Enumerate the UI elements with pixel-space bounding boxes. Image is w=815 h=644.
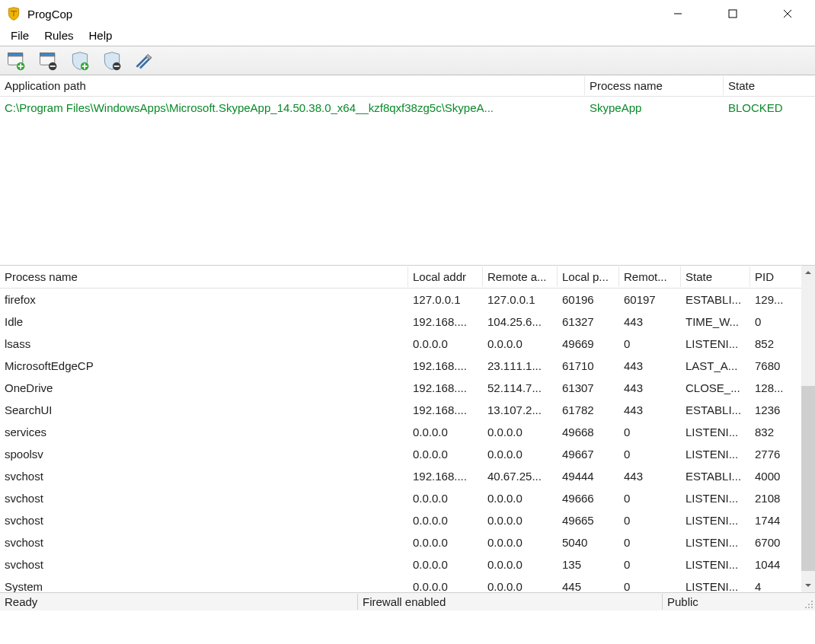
add-app-button[interactable] — [3, 48, 29, 74]
cell-process: svchost — [0, 555, 408, 574]
col-app-path[interactable]: Application path — [0, 76, 585, 95]
status-ready: Ready — [0, 594, 358, 610]
menu-help[interactable]: Help — [82, 27, 120, 46]
connection-row[interactable]: svchost0.0.0.00.0.0.0496660LISTENI...210… — [0, 487, 801, 509]
svg-rect-1 — [729, 10, 737, 18]
cell-process: firefox — [0, 290, 408, 309]
cell-state: LAST_A... — [681, 356, 750, 375]
cell-localPort: 60196 — [558, 290, 619, 309]
cell-remotePort: 0 — [619, 422, 681, 442]
minimize-button[interactable] — [650, 2, 705, 25]
cell-remotePort: 0 — [619, 577, 681, 592]
cell-pid: 852 — [750, 334, 801, 353]
cell-remoteAddr: 0.0.0.0 — [483, 334, 558, 353]
col-pid[interactable]: PID — [750, 266, 801, 287]
cell-localAddr: 0.0.0.0 — [408, 555, 483, 574]
vertical-scrollbar[interactable] — [801, 266, 815, 592]
status-firewall: Firewall enabled — [358, 594, 663, 610]
connection-row[interactable]: firefox127.0.0.1127.0.0.16019660197ESTAB… — [0, 289, 801, 311]
connection-row[interactable]: svchost0.0.0.00.0.0.050400LISTENI...6700 — [0, 531, 801, 553]
cell-state: CLOSE_... — [681, 378, 750, 397]
cell-state: LISTENI... — [681, 577, 750, 592]
cell-process: lsass — [0, 334, 408, 353]
cell-state: ESTABLI... — [681, 467, 750, 486]
cell-pid: 128... — [750, 378, 801, 397]
connection-row[interactable]: SearchUI192.168....13.107.2...61782443ES… — [0, 399, 801, 421]
connection-row[interactable]: MicrosoftEdgeCP192.168....23.111.1...617… — [0, 355, 801, 377]
cell-state: LISTENI... — [681, 334, 750, 353]
shield-allow-button[interactable] — [67, 48, 93, 74]
cell-localAddr: 127.0.0.1 — [408, 290, 483, 309]
remove-app-button[interactable] — [35, 48, 61, 74]
cell-localPort: 135 — [558, 555, 619, 574]
close-button[interactable] — [760, 2, 815, 25]
connections-header: Process name Local addr Remote a... Loca… — [0, 266, 801, 289]
cell-pid: 0 — [750, 312, 801, 331]
col-remote-port[interactable]: Remot... — [619, 266, 681, 287]
cell-remotePort: 0 — [619, 445, 681, 464]
status-network: Public — [663, 594, 801, 610]
cell-remoteAddr: 0.0.0.0 — [483, 555, 558, 574]
application-row[interactable]: C:\Program Files\WindowsApps\Microsoft.S… — [0, 97, 815, 118]
cell-localAddr: 192.168.... — [408, 467, 483, 486]
connection-row[interactable]: System0.0.0.00.0.0.04450LISTENI...4 — [0, 575, 801, 592]
col-local-addr[interactable]: Local addr — [408, 266, 483, 287]
scroll-down-button[interactable] — [801, 579, 815, 592]
cell-localPort: 49669 — [558, 334, 619, 353]
scroll-thumb[interactable] — [801, 386, 815, 571]
col-remote-addr[interactable]: Remote a... — [483, 266, 558, 287]
col-process[interactable]: Process name — [0, 266, 408, 287]
scroll-up-button[interactable] — [801, 266, 815, 279]
cell-localPort: 49667 — [558, 445, 619, 464]
shield-block-button[interactable] — [99, 48, 125, 74]
status-bar: Ready Firewall enabled Public — [0, 592, 815, 611]
cell-localAddr: 0.0.0.0 — [408, 422, 483, 442]
cell-remotePort: 443 — [619, 356, 681, 375]
cell-localAddr: 192.168.... — [408, 400, 483, 419]
cell-remoteAddr: 40.67.25... — [483, 467, 558, 486]
maximize-button[interactable] — [705, 2, 760, 25]
connection-row[interactable]: lsass0.0.0.00.0.0.0496690LISTENI...852 — [0, 333, 801, 355]
col-process-name[interactable]: Process name — [585, 76, 724, 95]
connection-row[interactable]: OneDrive192.168....52.114.7...61307443CL… — [0, 377, 801, 399]
cell-state: ESTABLI... — [681, 290, 750, 309]
cell-remoteAddr: 127.0.0.1 — [483, 290, 558, 309]
col-state[interactable]: State — [681, 266, 750, 287]
connection-row[interactable]: svchost192.168....40.67.25...49444443EST… — [0, 465, 801, 487]
cell-localPort: 61710 — [558, 356, 619, 375]
connection-row[interactable]: spoolsv0.0.0.00.0.0.0496670LISTENI...277… — [0, 443, 801, 465]
connection-row[interactable]: services0.0.0.00.0.0.0496680LISTENI...83… — [0, 421, 801, 443]
cell-localPort: 61327 — [558, 312, 619, 331]
cell-localAddr: 192.168.... — [408, 312, 483, 331]
svg-point-23 — [805, 607, 807, 608]
cell-process: svchost — [0, 533, 408, 552]
cell-remotePort: 443 — [619, 467, 681, 486]
cell-localAddr: 192.168.... — [408, 378, 483, 397]
cell-state: LISTENI... — [681, 445, 750, 464]
connection-row[interactable]: Idle192.168....104.25.6...61327443TIME_W… — [0, 311, 801, 333]
cell-state: ESTABLI... — [681, 400, 750, 419]
connection-row[interactable]: svchost0.0.0.00.0.0.01350LISTENI...1044 — [0, 553, 801, 575]
cell-localAddr: 0.0.0.0 — [408, 533, 483, 552]
settings-button[interactable] — [131, 48, 157, 74]
toolbar — [0, 46, 815, 75]
connection-row[interactable]: svchost0.0.0.00.0.0.0496650LISTENI...174… — [0, 509, 801, 531]
cell-pid: 1044 — [750, 555, 801, 574]
app-icon — [6, 6, 21, 21]
menu-rules[interactable]: Rules — [37, 27, 81, 46]
resize-grip-icon[interactable] — [801, 593, 815, 611]
col-state[interactable]: State — [724, 76, 815, 95]
cell-localPort: 445 — [558, 577, 619, 592]
svg-rect-5 — [8, 53, 23, 56]
col-local-port[interactable]: Local p... — [558, 266, 619, 287]
cell-localAddr: 0.0.0.0 — [408, 489, 483, 508]
menu-file[interactable]: File — [3, 27, 37, 46]
cell-remotePort: 60197 — [619, 290, 681, 309]
cell-process: spoolsv — [0, 445, 408, 464]
cell-process: svchost — [0, 467, 408, 486]
cell-process: OneDrive — [0, 378, 408, 397]
applications-header: Application path Process name State — [0, 75, 815, 97]
cell-remoteAddr: 0.0.0.0 — [483, 511, 558, 530]
cell-remoteAddr: 0.0.0.0 — [483, 577, 558, 592]
cell-remotePort: 0 — [619, 511, 681, 530]
